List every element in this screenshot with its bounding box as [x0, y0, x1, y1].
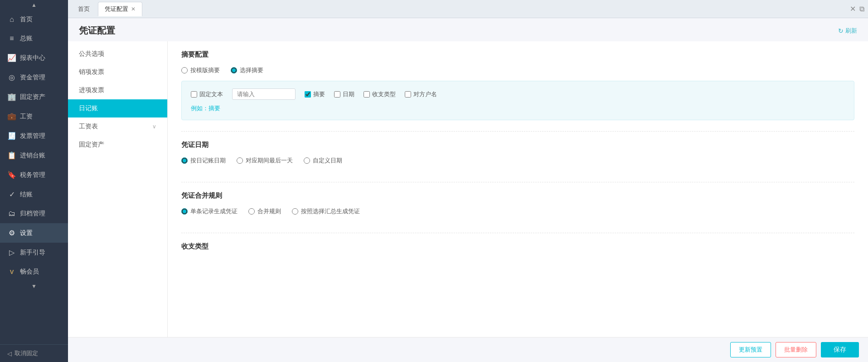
sidebar-item-report[interactable]: 📈 报表中心: [0, 48, 68, 68]
select-merge-radio[interactable]: 按照选择汇总生成凭证: [292, 207, 360, 215]
date-input[interactable]: [334, 91, 340, 98]
sidebar-item-tax[interactable]: 🔖 税务管理: [0, 165, 68, 185]
sidebar-item-label: 新手引导: [20, 249, 45, 257]
select-summary-input[interactable]: [231, 67, 237, 73]
pin-icon: ◁: [7, 350, 12, 357]
sidebar: ▲ ⌂ 首页 ≡ 总账 📈 报表中心 ◎ 资金管理 🏢 固定资产 💼 工资 🧾 …: [0, 0, 68, 362]
left-nav: 公共选项 销项发票 进项发票 日记账 工资表 ∨ 固定资产: [68, 41, 168, 337]
single-record-radio[interactable]: 单条记录生成凭证: [181, 207, 238, 215]
left-nav-item-sales-invoice[interactable]: 销项发票: [68, 63, 167, 81]
fixed-text-field[interactable]: [232, 88, 296, 100]
merge-rules-section: 凭证合并规则 单条记录生成凭证 合并规则 按照选择汇总生成凭证: [181, 191, 854, 233]
left-nav-item-public[interactable]: 公共选项: [68, 45, 167, 63]
single-record-label: 单条记录生成凭证: [190, 207, 238, 215]
sidebar-item-settings[interactable]: ⚙ 设置: [0, 223, 68, 243]
left-nav-item-payroll-table[interactable]: 工资表 ∨: [68, 117, 167, 136]
single-record-input[interactable]: [181, 208, 188, 215]
counterpart-checkbox[interactable]: 对方户名: [405, 90, 437, 98]
tab-voucher-config[interactable]: 凭证配置 ✕: [98, 2, 142, 16]
payroll-icon: 💼: [7, 112, 16, 121]
tab-close-icon[interactable]: ✕: [131, 6, 136, 12]
sidebar-item-payroll[interactable]: 💼 工资: [0, 107, 68, 126]
sidebar-bottom-label: 取消固定: [15, 349, 38, 357]
sidebar-item-label: 资金管理: [20, 73, 45, 82]
sidebar-item-archive[interactable]: 🗂 归档管理: [0, 204, 68, 223]
update-preview-button[interactable]: 更新预置: [730, 342, 771, 357]
left-nav-item-purchase-invoice[interactable]: 进项发票: [68, 81, 167, 99]
archive-icon: 🗂: [7, 210, 16, 218]
sidebar-scroll-up[interactable]: ▲: [0, 0, 68, 10]
left-nav-item-label: 日记账: [79, 104, 98, 113]
select-merge-label: 按照选择汇总生成凭证: [301, 207, 360, 215]
left-nav-item-fixed-assets[interactable]: 固定资产: [68, 136, 167, 154]
merge-rules-radio-group: 单条记录生成凭证 合并规则 按照选择汇总生成凭证: [181, 207, 854, 215]
sidebar-item-home[interactable]: ⌂ 首页: [0, 10, 68, 29]
sidebar-item-close[interactable]: ✓ 结账: [0, 185, 68, 204]
left-nav-item-label: 固定资产: [79, 141, 104, 149]
select-summary-radio[interactable]: 选择摘要: [231, 66, 263, 74]
tab-home[interactable]: 首页: [72, 2, 96, 16]
template-summary-radio[interactable]: 按模版摘要: [181, 66, 220, 74]
custom-date-radio[interactable]: 自定义日期: [304, 157, 342, 165]
sidebar-unpin-button[interactable]: ◁ 取消固定: [0, 344, 68, 362]
inout-icon: 📋: [7, 151, 16, 160]
sidebar-scroll-down[interactable]: ▼: [0, 281, 68, 291]
refresh-label: 刷新: [845, 27, 857, 35]
left-nav-item-label: 进项发票: [79, 86, 104, 94]
page-content: 凭证配置 ↻ 刷新 公共选项 销项发票 进项发票 日记账: [68, 18, 868, 362]
sidebar-item-label: 结账: [20, 191, 33, 199]
last-day-radio[interactable]: 对应期间最后一天: [237, 157, 293, 165]
fixed-text-input[interactable]: [191, 91, 197, 98]
sidebar-item-label: 税务管理: [20, 171, 45, 179]
summary-label: 摘要: [313, 90, 325, 98]
date-checkbox[interactable]: 日期: [334, 90, 354, 98]
select-summary-label: 选择摘要: [240, 66, 263, 74]
batch-delete-button[interactable]: 批量删除: [776, 342, 816, 357]
tab-bar: 首页 凭证配置 ✕ ✕ ⧉: [68, 0, 868, 18]
refresh-button[interactable]: ↻ 刷新: [838, 27, 857, 35]
merge-rules-title: 凭证合并规则: [181, 191, 854, 200]
by-diary-date-input[interactable]: [181, 157, 188, 164]
summary-input[interactable]: [305, 91, 311, 98]
counterpart-label: 对方户名: [413, 90, 437, 98]
income-type-label: 收支类型: [372, 90, 396, 98]
counterpart-input[interactable]: [405, 91, 411, 98]
by-diary-date-radio[interactable]: 按日记账日期: [181, 157, 226, 165]
merge-rules-radio[interactable]: 合并规则: [248, 207, 281, 215]
sidebar-item-assets[interactable]: 🏢 固定资产: [0, 87, 68, 107]
bottom-bar: 更新预置 批量删除 保存: [68, 337, 868, 362]
fixed-text-checkbox[interactable]: 固定文本: [191, 90, 223, 98]
template-summary-input[interactable]: [181, 67, 188, 73]
sidebar-item-guide[interactable]: ▷ 新手引导: [0, 243, 68, 262]
sidebar-item-member[interactable]: V 畅会员: [0, 262, 68, 281]
summary-checkbox-row: 固定文本 摘要 日期: [191, 88, 845, 100]
sidebar-item-funds[interactable]: ◎ 资金管理: [0, 68, 68, 87]
window-close-icon[interactable]: ✕: [850, 5, 856, 13]
left-nav-item-diary[interactable]: 日记账: [68, 99, 167, 117]
voucher-date-title: 凭证日期: [181, 141, 854, 149]
assets-icon: 🏢: [7, 93, 16, 101]
sidebar-item-label: 总账: [20, 34, 33, 43]
sidebar-item-inout[interactable]: 📋 进销台账: [0, 146, 68, 165]
sidebar-item-ledger[interactable]: ≡ 总账: [0, 29, 68, 48]
select-merge-input[interactable]: [292, 208, 298, 215]
save-button[interactable]: 保存: [821, 342, 859, 357]
window-controls: ✕ ⧉: [850, 5, 864, 13]
settings-icon: ⚙: [7, 229, 16, 237]
income-type-checkbox[interactable]: 收支类型: [364, 90, 396, 98]
sidebar-item-label: 归档管理: [20, 210, 45, 218]
report-icon: 📈: [7, 54, 16, 62]
merge-rules-input[interactable]: [248, 208, 255, 215]
income-type-input[interactable]: [364, 91, 370, 98]
last-day-input[interactable]: [237, 157, 243, 164]
window-restore-icon[interactable]: ⧉: [859, 5, 864, 13]
content-layout: 公共选项 销项发票 进项发票 日记账 工资表 ∨ 固定资产: [68, 41, 868, 337]
guide-icon: ▷: [7, 248, 16, 257]
sidebar-item-label: 固定资产: [20, 93, 45, 101]
sidebar-item-invoice[interactable]: 🧾 发票管理: [0, 126, 68, 146]
summary-checkbox[interactable]: 摘要: [305, 90, 325, 98]
sidebar-item-label: 工资: [20, 113, 33, 121]
close-accounts-icon: ✓: [7, 190, 16, 199]
income-type-section: 收支类型: [181, 242, 854, 269]
custom-date-input[interactable]: [304, 157, 310, 164]
